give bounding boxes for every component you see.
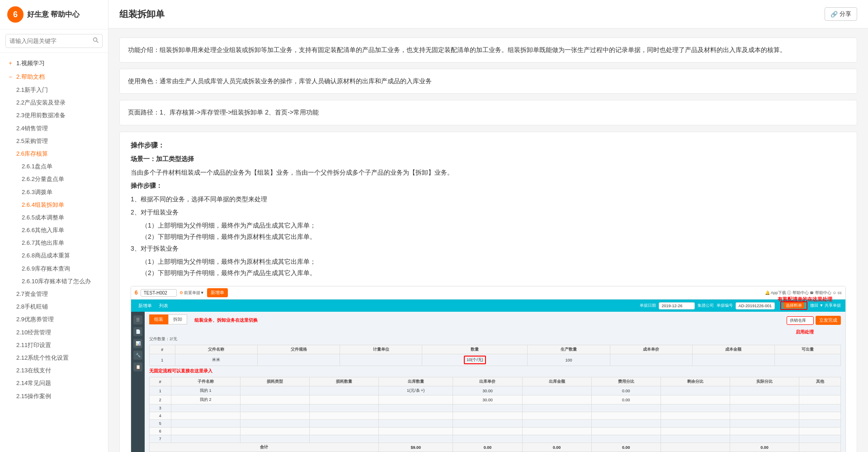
table-row: 1 米米 10(个/无) 100 xyxy=(150,354,841,366)
sidebar-item-2-6-10[interactable]: 2.6.10库存账本错了怎么办 xyxy=(22,275,108,288)
sim-total-qty: $9.00 xyxy=(379,443,453,452)
sidebar-item-2-6-5[interactable]: 2.6.5成本调整单 xyxy=(22,211,108,224)
table-row: 6 xyxy=(150,428,841,435)
choose-bill-btn[interactable]: 选择料单 xyxy=(780,301,807,310)
sim-parent-th-2: 父件规格 xyxy=(257,345,340,354)
sim-child-row1-1: 我的 1 xyxy=(171,386,240,395)
sim-tab-new[interactable]: 新增单 xyxy=(136,302,155,310)
sim-warehouse-field[interactable]: 供销仓库 xyxy=(787,316,814,325)
sidebar-item-2-11[interactable]: 2.11打印设置 xyxy=(16,339,108,352)
sidebar-item-video-label: 1.视频学习 xyxy=(16,59,45,67)
sidebar-item-2-14[interactable]: 2.14常见问题 xyxy=(16,377,108,390)
sim-tab-disassemble[interactable]: 拆卸 xyxy=(168,314,187,324)
sim-total-fee: 0.00 xyxy=(591,443,660,452)
main-doc-block: 操作步骤： 场景一：加工类型选择 当由多个子件材料组装成一个成品的业务为【组装】… xyxy=(119,132,857,452)
sim-parent-th-8: 可出量 xyxy=(775,345,841,354)
sim-child-th-7: 费用分比 xyxy=(591,377,660,386)
sidebar-item-2-10[interactable]: 2.10经营管理 xyxy=(16,326,108,339)
sidebar-item-2-6-2[interactable]: 2.6.2分量盘点单 xyxy=(22,173,108,186)
sim-confirm-btn[interactable]: 立发完成 xyxy=(816,316,841,325)
sidebar-item-2-6-7[interactable]: 2.6.7其他出库单 xyxy=(22,237,108,249)
sidebar-item-2-6-4[interactable]: 2.6.4组装拆卸单 xyxy=(22,199,108,211)
sim-topbar: 6 TEST-H002 ⚙ 前置单据▼ 新增单 🔔 App下载 ⓘ 帮助中心 ☎… xyxy=(131,286,845,300)
page-title: 组装拆卸单 xyxy=(119,8,165,20)
sim-bm-label: 集团公司 xyxy=(698,303,714,309)
sidebar-item-video[interactable]: + 1.视频学习 xyxy=(0,57,108,70)
sidebar-item-docs[interactable]: − 2.帮助文档 xyxy=(0,70,108,84)
sim-parent-td-8 xyxy=(775,354,841,366)
sim-child-th-2: 损耗类型 xyxy=(240,377,309,386)
sim-tab-list[interactable]: 列表 xyxy=(156,302,171,310)
sim-parent-th-7: 成本金额 xyxy=(692,345,774,354)
sim-child-row2-0: 2 xyxy=(150,395,171,404)
sim-date-value[interactable]: 2019-12-26 xyxy=(659,302,695,309)
sim-child-row1-7: 0.00 xyxy=(591,386,660,395)
sidebar-item-2-9[interactable]: 2.9优惠券管理 xyxy=(16,313,108,326)
sidebar-item-2-12[interactable]: 2.12系统个性化设置 xyxy=(16,352,108,364)
table-row: 3 xyxy=(150,404,841,412)
sidebar-item-2-6-3[interactable]: 2.6.3调拨单 xyxy=(22,186,108,199)
sim-child-row1-9 xyxy=(730,386,799,395)
scene1-title: 场景一：加工类型选择 xyxy=(131,155,846,163)
sim-parent-td-7 xyxy=(692,354,774,366)
sidebar-item-2-8[interactable]: 2.8手机旺铺 xyxy=(16,300,108,313)
sidebar-item-2-6[interactable]: 2.6库存核算 xyxy=(16,147,108,160)
sim-topnav-links: 🔔 App下载 ⓘ 帮助中心 ☎ 帮助中心 ☺ cc xyxy=(765,290,842,296)
step3-sub1: （1）上部明细为父件明细，最终作为原材料生成其它出库单； xyxy=(131,256,846,267)
logo-icon: 6 xyxy=(7,6,24,23)
step3: 3、对于拆装业务 xyxy=(131,243,846,254)
sim-body: ☰ 📄 📊 🔧 📋 组装 拆卸 xyxy=(131,312,845,452)
sim-total-other xyxy=(799,443,841,452)
table-row: 1 我的 1 1(元/条 +) 30.00 0.00 xyxy=(150,386,841,395)
sidebar-item-2-7[interactable]: 2.7资金管理 xyxy=(16,288,108,300)
sim-child-th-8: 剩余分比 xyxy=(660,377,730,386)
sidebar-item-2-13[interactable]: 2.13在线支付 xyxy=(16,364,108,377)
sidebar-item-2-5[interactable]: 2.5采购管理 xyxy=(16,135,108,147)
sidebar-item-2-6-6[interactable]: 2.6.6其他入库单 xyxy=(22,224,108,237)
sim-child-row2-6 xyxy=(522,395,591,404)
sim-child-th-9: 实际分比 xyxy=(730,377,799,386)
sim-icon-5: 📋 xyxy=(133,362,142,371)
sim-child-row2-9 xyxy=(730,395,799,404)
main-header: 组装拆卸单 🔗 分享 xyxy=(108,0,868,29)
sidebar-item-2-3[interactable]: 2.3使用前数据准备 xyxy=(16,109,108,122)
sim-parent-td-5: 100 xyxy=(528,354,610,366)
search-button[interactable] xyxy=(89,34,103,48)
app-title: 好生意 帮助中心 xyxy=(27,10,80,19)
sim-child-row1-0: 1 xyxy=(150,386,171,395)
sidebar-item-2-2[interactable]: 2.2产品安装及登录 xyxy=(16,96,108,109)
share-button[interactable]: 🔗 分享 xyxy=(825,7,857,21)
table-footer-row: 合计 $9.00 0.00 0.00 0.00 0.00 xyxy=(150,443,841,452)
sidebar-item-2-6-9[interactable]: 2.6.9库存账本查询 xyxy=(22,262,108,275)
sim-doc-no[interactable]: AD-20191226-001 xyxy=(736,302,775,309)
sidebar-item-2-6-1[interactable]: 2.6.1盘点单 xyxy=(22,160,108,173)
sim-tab-assemble[interactable]: 组装 xyxy=(149,314,168,324)
svg-line-1 xyxy=(97,41,99,43)
sidebar-item-2-6-8[interactable]: 2.6.8商品成本重算 xyxy=(22,249,108,262)
sim-child-th-6: 出库金额 xyxy=(522,377,591,386)
sim-parent-td-4: 10(个/无) xyxy=(422,354,528,366)
sim-quick-add-btn[interactable]: 新增单 xyxy=(207,288,228,297)
sidebar-item-2-1[interactable]: 2.1新手入门 xyxy=(16,84,108,96)
step2-sub1: （1）上部明细为父件明细，最终作为产成品生成其它入库单； xyxy=(131,220,846,231)
sidebar-item-2-15[interactable]: 2.15操作案例 xyxy=(16,390,108,403)
screenshot-container: 6 TEST-H002 ⚙ 前置单据▼ 新增单 🔔 App下载 ⓘ 帮助中心 ☎… xyxy=(131,286,846,452)
scene1-desc: 当由多个子件材料组装成一个成品的业务为【组装】业务，当由一个父件拆分成多个子产品… xyxy=(131,167,846,178)
sim-top-id: TEST-H002 xyxy=(141,289,177,297)
sim-total-remain xyxy=(660,443,730,452)
sim-nav-icons: ⚙ 前置单据▼ xyxy=(179,290,204,296)
sim-logo: 6 xyxy=(135,290,138,296)
sim-child-th-5: 出库单价 xyxy=(453,377,522,386)
search-input[interactable] xyxy=(6,35,89,47)
sim-child-th-10: 其他 xyxy=(799,377,841,386)
sim-doc-tabs: 新增单 列表 xyxy=(136,302,171,310)
logo-area: 6 好生意 帮助中心 xyxy=(0,0,108,29)
step3-sub2: （2）下部明细为子件明细，最终作为产成品生成其它入库单。 xyxy=(131,267,846,279)
sim-child-row1-4: 1(元/条 +) xyxy=(379,386,453,395)
table-row: 5 xyxy=(150,420,841,428)
nav-list: + 1.视频学习 − 2.帮助文档 2.1新手入门 2.2产品安装及登录 2.3… xyxy=(0,53,108,452)
plus-icon: + xyxy=(7,60,14,67)
search-box[interactable] xyxy=(5,34,103,48)
sim-parent-th-0: # xyxy=(150,345,175,354)
sidebar-item-2-4[interactable]: 2.4销售管理 xyxy=(16,122,108,135)
